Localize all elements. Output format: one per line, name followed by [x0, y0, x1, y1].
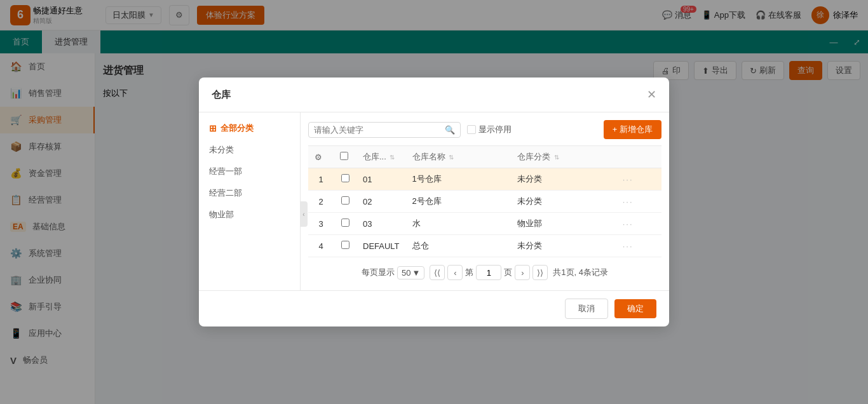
- checkbox-icon: [467, 125, 476, 134]
- collapse-panel-button[interactable]: ‹: [300, 201, 308, 227]
- row-select-checkbox[interactable]: [341, 196, 349, 205]
- select-all-checkbox[interactable]: [340, 152, 348, 160]
- confirm-button[interactable]: 确定: [614, 299, 656, 318]
- row-index: 2: [308, 191, 334, 213]
- more-actions-icon[interactable]: ···: [623, 219, 634, 229]
- warehouse-table: ⚙ 仓库... ⇅ 仓库名称 ⇅ 仓库分类: [308, 145, 661, 257]
- row-checkbox[interactable]: [334, 191, 356, 213]
- cat-item-property[interactable]: 物业部: [199, 204, 300, 226]
- page-nav: ⟨⟨ ‹ 第 页 › ⟩⟩: [430, 265, 548, 280]
- page-label: 第: [465, 267, 473, 278]
- row-actions[interactable]: ···: [616, 168, 661, 191]
- table-row[interactable]: 1 01 1号仓库 未分类 ···: [308, 168, 661, 191]
- row-index: 1: [308, 168, 334, 191]
- row-name: 1号仓库: [406, 168, 512, 191]
- dialog-footer: 取消 确定: [199, 290, 669, 327]
- close-icon[interactable]: ✕: [647, 88, 656, 102]
- sort-icon: ⇅: [390, 154, 395, 161]
- row-name: 2号仓库: [406, 191, 512, 213]
- cancel-button[interactable]: 取消: [565, 299, 608, 319]
- row-checkbox[interactable]: [334, 168, 356, 191]
- col-id[interactable]: 仓库... ⇅: [356, 146, 406, 168]
- dialog-title: 仓库: [212, 89, 231, 101]
- cat-item-label: 物业部: [209, 209, 234, 220]
- table-row[interactable]: 3 03 水 物业部 ···: [308, 213, 661, 235]
- row-name: 水: [406, 213, 512, 235]
- page-size-area: 每页显示 50 ▼: [362, 266, 424, 279]
- category-panel: ⊞ 全部分类 未分类 经营一部 经营二部 物业部 ‹: [199, 112, 301, 290]
- row-checkbox[interactable]: [334, 213, 356, 235]
- table-panel: 🔍 显示停用 + 新增仓库 ⚙ 仓库.: [301, 112, 669, 290]
- row-actions[interactable]: ···: [616, 235, 661, 257]
- row-index: 4: [308, 235, 334, 257]
- col-name[interactable]: 仓库名称 ⇅: [406, 146, 512, 168]
- pagination: 每页显示 50 ▼ ⟨⟨ ‹ 第 页 › ⟩⟩: [308, 257, 661, 283]
- last-page-button[interactable]: ⟩⟩: [532, 265, 548, 280]
- page-size-value: 50: [402, 268, 410, 278]
- row-select-checkbox[interactable]: [341, 174, 349, 182]
- table-toolbar: 🔍 显示停用 + 新增仓库: [308, 120, 661, 139]
- table-row[interactable]: 2 02 2号仓库 未分类 ···: [308, 191, 661, 213]
- row-category: 物业部: [511, 213, 616, 235]
- row-code: 01: [356, 168, 406, 191]
- cat-item-ops2[interactable]: 经营二部: [199, 182, 300, 204]
- show-disabled-checkbox[interactable]: 显示停用: [467, 124, 512, 135]
- row-actions[interactable]: ···: [616, 213, 661, 235]
- sort-icon: ⇅: [554, 154, 559, 161]
- next-page-button[interactable]: ›: [515, 265, 530, 280]
- dialog-body: ⊞ 全部分类 未分类 经营一部 经营二部 物业部 ‹: [199, 112, 669, 290]
- page-number-input[interactable]: [476, 265, 501, 280]
- warehouse-dialog: 仓库 ✕ ⊞ 全部分类 未分类 经营一部 经营二部: [199, 77, 669, 327]
- more-actions-icon[interactable]: ···: [623, 175, 634, 184]
- cat-item-all[interactable]: ⊞ 全部分类: [199, 118, 300, 139]
- row-category: 未分类: [511, 191, 616, 213]
- row-select-checkbox[interactable]: [341, 241, 349, 249]
- cat-item-label: 未分类: [209, 144, 234, 156]
- overlay: 仓库 ✕ ⊞ 全部分类 未分类 经营一部 经营二部: [0, 0, 868, 404]
- table-row[interactable]: 4 DEFAULT 总仓 未分类 ···: [308, 235, 661, 257]
- col-id-label: 仓库...: [363, 152, 386, 161]
- page-unit: 页: [504, 267, 512, 278]
- row-actions[interactable]: ···: [616, 191, 661, 213]
- cat-item-unclassified[interactable]: 未分类: [199, 139, 300, 161]
- col-checkbox[interactable]: [334, 146, 356, 168]
- show-disabled-label: 显示停用: [478, 124, 512, 135]
- grid-icon: ⊞: [209, 123, 217, 133]
- add-warehouse-button[interactable]: + 新增仓库: [604, 120, 661, 139]
- search-box: 🔍: [308, 122, 461, 138]
- row-category: 未分类: [511, 168, 616, 191]
- row-code: 03: [356, 213, 406, 235]
- row-index: 3: [308, 213, 334, 235]
- prev-page-button[interactable]: ‹: [447, 265, 463, 280]
- cat-item-label: 全部分类: [220, 123, 254, 134]
- row-code: 02: [356, 191, 406, 213]
- per-page-label: 每页显示: [362, 267, 395, 278]
- row-select-checkbox[interactable]: [341, 219, 349, 227]
- page-size-select[interactable]: 50 ▼: [397, 266, 424, 279]
- total-info: 共1页, 4条记录: [553, 267, 608, 278]
- row-checkbox[interactable]: [334, 235, 356, 257]
- search-icon[interactable]: 🔍: [445, 125, 455, 135]
- col-name-label: 仓库名称: [412, 152, 445, 161]
- row-name: 总仓: [406, 235, 512, 257]
- col-category-label: 仓库分类: [517, 152, 550, 161]
- first-page-button[interactable]: ⟨⟨: [430, 265, 445, 280]
- chevron-down-icon: ▼: [412, 268, 420, 278]
- col-category[interactable]: 仓库分类 ⇅: [511, 146, 616, 168]
- search-input[interactable]: [314, 125, 445, 135]
- more-actions-icon[interactable]: ···: [623, 197, 634, 206]
- cat-item-ops1[interactable]: 经营一部: [199, 161, 300, 182]
- col-settings[interactable]: ⚙: [308, 146, 334, 168]
- cat-item-label: 经营一部: [209, 166, 242, 177]
- cat-item-label: 经营二部: [209, 187, 242, 199]
- row-code: DEFAULT: [356, 235, 406, 257]
- sort-icon: ⇅: [449, 154, 454, 161]
- dialog-header: 仓库 ✕: [199, 77, 669, 112]
- col-actions: [616, 146, 661, 168]
- more-actions-icon[interactable]: ···: [623, 241, 634, 251]
- row-category: 未分类: [511, 235, 616, 257]
